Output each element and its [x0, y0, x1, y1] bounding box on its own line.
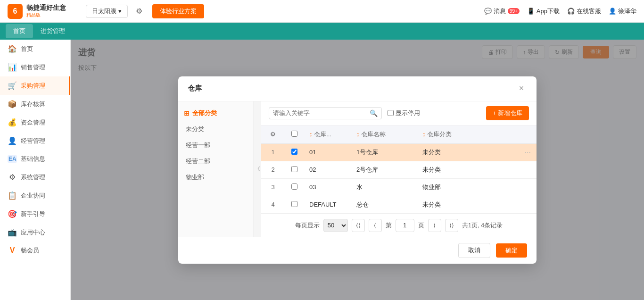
sidebar-item-guide[interactable]: 🎯 新手引导	[0, 205, 70, 223]
row4-index: 4	[261, 196, 285, 213]
sidebar-item-apps[interactable]: 📺 应用中心	[0, 223, 70, 242]
message-btn[interactable]: 💬 消息 99+	[484, 7, 520, 16]
logo-area: 6 畅捷通好生意 精品版	[8, 4, 78, 19]
row1-cat: 未分类 ···	[417, 143, 537, 161]
logo-text: 畅捷通好生意	[26, 4, 66, 12]
col-settings: ⚙	[261, 125, 285, 144]
sidebar-item-purchase[interactable]: 🛒 采购管理	[0, 76, 70, 95]
sales-icon: 📊	[8, 63, 17, 72]
app-download-btn[interactable]: 📱 App下载	[527, 7, 560, 16]
col-code-header: ↕ 仓库...	[304, 125, 351, 144]
category-ops2[interactable]: 经营二部	[178, 153, 253, 169]
sidebar-item-sales[interactable]: 📊 销售管理	[0, 58, 70, 76]
row4-cat: 未分类	[417, 196, 537, 213]
store-name: 日太阳膜	[92, 7, 116, 16]
sidebar-item-home[interactable]: 🏠 首页	[0, 40, 70, 58]
settings-icon[interactable]: ⚙	[132, 4, 147, 19]
modal-title: 仓库	[188, 84, 202, 93]
sidebar-item-finance[interactable]: 💰 资金管理	[0, 113, 70, 132]
tab-purchase[interactable]: 进货管理	[33, 24, 73, 38]
industry-btn[interactable]: 体验行业方案	[152, 4, 204, 18]
sidebar-label-guide: 新手引导	[21, 210, 45, 218]
row1-more-icon[interactable]: ···	[525, 148, 531, 157]
total-info: 共1页, 4条记录	[462, 221, 503, 230]
search-icon[interactable]: 🔍	[370, 109, 378, 117]
per-page-select[interactable]: 20 50 100	[323, 219, 348, 232]
page-number-input[interactable]	[396, 219, 414, 232]
sidebar-item-basic-info[interactable]: EA 基础信息	[0, 150, 70, 168]
page-suffix: 页	[418, 221, 424, 230]
system-icon: ⚙	[8, 173, 17, 182]
grid-icon: ⊞	[184, 109, 190, 117]
last-page-icon: ⟩⟩	[449, 222, 454, 229]
message-badge: 99+	[508, 8, 520, 14]
next-page-icon: ⟩	[433, 222, 436, 229]
next-page-btn[interactable]: ⟩	[428, 219, 441, 232]
table-row[interactable]: 4 DEFAULT 总仓 未分类	[261, 196, 537, 213]
sidebar-label-inventory: 库存核算	[21, 100, 45, 108]
sidebar-item-collab[interactable]: 📋 企业协同	[0, 186, 70, 205]
search-input[interactable]	[273, 109, 370, 117]
store-selector[interactable]: 日太阳膜 ▾	[86, 5, 128, 18]
user-area[interactable]: 👤 徐泽华	[609, 7, 636, 16]
row2-check[interactable]	[285, 161, 304, 178]
search-box: 🔍	[269, 107, 382, 119]
table-header-row: ⚙ ↕ 仓库...	[261, 125, 537, 144]
sidebar-item-inventory[interactable]: 📦 库存核算	[0, 95, 70, 113]
row2-cat: 未分类	[417, 161, 537, 178]
category-property[interactable]: 物业部	[178, 169, 253, 185]
cancel-btn[interactable]: 取消	[458, 243, 490, 258]
row4-checkbox[interactable]	[291, 201, 297, 207]
row1-code: 01	[304, 143, 351, 161]
confirm-btn[interactable]: 确定	[496, 243, 527, 258]
app-label: App下载	[537, 7, 560, 16]
all-categories-btn[interactable]: ⊞ 全部分类	[178, 105, 253, 121]
sub-header: 首页 进货管理	[0, 23, 644, 40]
content-area: 进货 🖨 打印 ↑ 导出 ↻ 刷新 查询	[71, 40, 644, 300]
purchase-icon: 🛒	[8, 81, 17, 90]
sidebar-item-ops[interactable]: 👤 经营管理	[0, 132, 70, 150]
sidebar-collapse-btn[interactable]: 《	[254, 101, 261, 237]
main-layout: 🏠 首页 📊 销售管理 🛒 采购管理 📦 库存核算 💰 资金管理 👤 经营管理 …	[0, 40, 644, 300]
first-page-btn[interactable]: ⟨⟨	[352, 219, 365, 232]
user-icon: 👤	[609, 8, 616, 15]
row4-check[interactable]	[285, 196, 304, 213]
table-row[interactable]: 3 03 水 物业部	[261, 178, 537, 196]
row3-checkbox[interactable]	[291, 183, 297, 190]
new-warehouse-btn[interactable]: + 新增仓库	[486, 106, 529, 120]
tab-home[interactable]: 首页	[6, 24, 33, 38]
modal-header: 仓库 ×	[178, 76, 537, 101]
sort-icon2: ↕	[356, 131, 360, 138]
select-all-checkbox[interactable]	[291, 131, 297, 137]
category-ops1[interactable]: 经营一部	[178, 137, 253, 153]
chevron-down-icon: ▾	[118, 8, 122, 15]
modal-pagination: 每页显示 20 50 100 ⟨⟨ ⟨	[261, 214, 537, 237]
last-page-btn[interactable]: ⟩⟩	[445, 219, 458, 232]
row3-check[interactable]	[285, 178, 304, 196]
row2-code: 02	[304, 161, 351, 178]
table-row[interactable]: 1 01 1号仓库 未分类 ···	[261, 143, 537, 161]
row1-check[interactable]	[285, 143, 304, 161]
sidebar-item-member[interactable]: V 畅会员	[0, 242, 70, 259]
collapse-icon: 《	[254, 165, 261, 173]
show-disabled-checkbox[interactable]	[388, 110, 394, 116]
ops-icon: 👤	[8, 136, 17, 145]
sidebar: 🏠 首页 📊 销售管理 🛒 采购管理 📦 库存核算 💰 资金管理 👤 经营管理 …	[0, 40, 71, 300]
online-service-btn[interactable]: 🎧 在线客服	[567, 7, 601, 16]
sidebar-label-purchase: 采购管理	[21, 82, 45, 90]
row2-index: 2	[261, 161, 285, 178]
row4-name: 总仓	[351, 196, 417, 213]
row1-checkbox[interactable]	[291, 149, 297, 155]
show-disabled-label[interactable]: 显示停用	[388, 109, 420, 117]
category-unclassified[interactable]: 未分类	[178, 121, 253, 137]
basic-info-icon: EA	[8, 155, 17, 163]
sidebar-label-finance: 资金管理	[21, 118, 45, 127]
row2-checkbox[interactable]	[291, 166, 297, 172]
modal-close-btn[interactable]: ×	[516, 83, 527, 94]
user-name: 徐泽华	[618, 7, 636, 16]
table-row[interactable]: 2 02 2号仓库 未分类	[261, 161, 537, 178]
prev-page-icon: ⟨	[374, 222, 376, 229]
prev-page-btn[interactable]: ⟨	[369, 219, 382, 232]
logo-icon: 6	[8, 4, 23, 19]
sidebar-item-system[interactable]: ⚙ 系统管理	[0, 168, 70, 186]
